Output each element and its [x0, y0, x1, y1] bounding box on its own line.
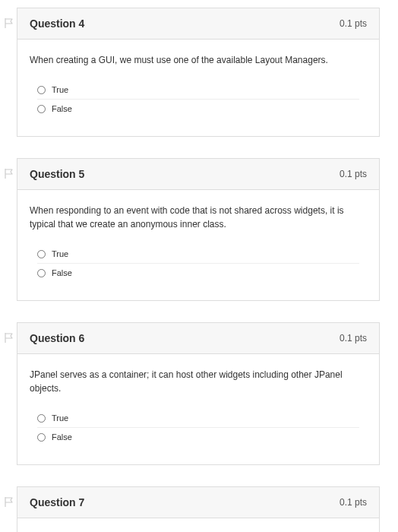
question-text: JPanel serves as a container; it can hos… [30, 368, 367, 395]
question-body: When creating a GUI, we must use one of … [17, 40, 379, 136]
flag-icon[interactable] [5, 169, 13, 179]
option-label: False [52, 268, 72, 277]
question-body: When drawing on a JPanel, we must learn … [17, 518, 379, 532]
question-title: Question 4 [30, 17, 84, 30]
question-points: 0.1 pts [340, 18, 367, 29]
option-row[interactable]: False [37, 428, 359, 446]
question-header: Question 40.1 pts [17, 8, 379, 40]
question-wrapper: Question 50.1 ptsWhen responding to an e… [0, 158, 398, 301]
question-points: 0.1 pts [340, 333, 367, 344]
question-body: When responding to an event with code th… [17, 190, 379, 300]
question-points: 0.1 pts [340, 497, 367, 508]
question-card: Question 50.1 ptsWhen responding to an e… [17, 158, 380, 301]
question-wrapper: Question 40.1 ptsWhen creating a GUI, we… [0, 8, 398, 137]
question-card: Question 40.1 ptsWhen creating a GUI, we… [17, 8, 380, 137]
question-header: Question 60.1 pts [17, 323, 379, 354]
option-radio[interactable] [37, 86, 46, 94]
option-radio[interactable] [37, 433, 46, 442]
flag-icon[interactable] [5, 497, 13, 507]
option-label: True [52, 413, 68, 423]
question-body: JPanel serves as a container; it can hos… [17, 354, 379, 464]
flag-column [0, 158, 17, 179]
flag-column [0, 322, 17, 343]
question-text: When responding to an event with code th… [30, 204, 367, 231]
option-radio[interactable] [37, 414, 46, 423]
question-title: Question 5 [30, 168, 84, 180]
option-label: False [52, 104, 72, 113]
option-row[interactable]: False [37, 100, 359, 118]
flag-icon[interactable] [5, 333, 13, 343]
question-wrapper: Question 70.1 ptsWhen drawing on a JPane… [0, 486, 398, 532]
option-radio[interactable] [37, 105, 46, 113]
option-label: False [52, 432, 72, 442]
flag-icon[interactable] [5, 18, 13, 28]
question-text: When creating a GUI, we must use one of … [30, 53, 367, 67]
question-title: Question 7 [30, 496, 84, 508]
option-row[interactable]: True [37, 81, 359, 100]
option-row[interactable]: True [37, 409, 359, 428]
question-points: 0.1 pts [340, 169, 367, 179]
question-header: Question 50.1 pts [17, 159, 379, 190]
option-row[interactable]: False [37, 264, 359, 282]
option-label: True [52, 249, 68, 258]
option-radio[interactable] [37, 269, 46, 277]
question-card: Question 60.1 ptsJPanel serves as a cont… [17, 322, 380, 465]
option-radio[interactable] [37, 250, 46, 258]
option-row[interactable]: True [37, 245, 359, 264]
question-header: Question 70.1 pts [17, 487, 379, 518]
flag-column [0, 486, 17, 507]
question-title: Question 6 [30, 332, 84, 344]
question-wrapper: Question 60.1 ptsJPanel serves as a cont… [0, 322, 398, 465]
option-label: True [52, 85, 68, 94]
question-card: Question 70.1 ptsWhen drawing on a JPane… [17, 486, 380, 532]
flag-column [0, 8, 17, 28]
